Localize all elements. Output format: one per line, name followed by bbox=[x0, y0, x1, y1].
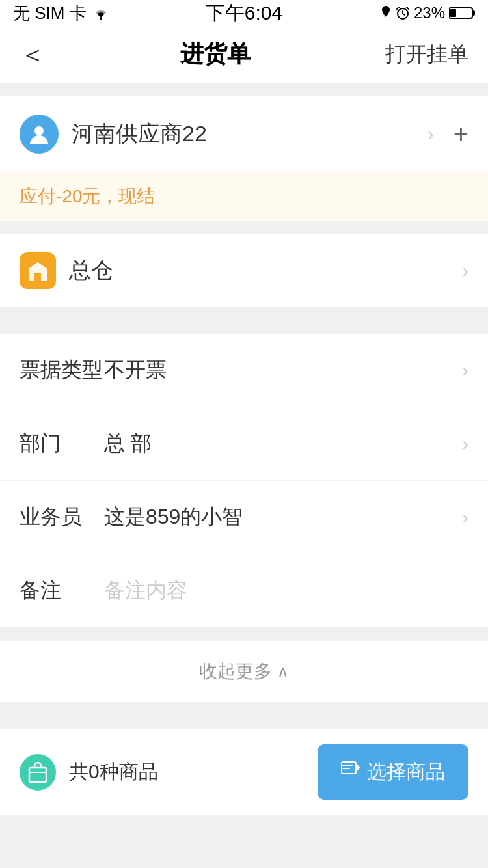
collapse-row[interactable]: 收起更多 ∧ bbox=[0, 640, 488, 702]
open-pending-button[interactable]: 打开挂单 bbox=[385, 40, 468, 69]
supplier-avatar bbox=[20, 115, 59, 154]
mid-divider1 bbox=[0, 221, 488, 234]
status-right: 23% bbox=[380, 4, 475, 22]
page-title: 进货单 bbox=[180, 38, 251, 70]
info-text: 应付-20元，现结 bbox=[20, 186, 155, 206]
wifi-icon bbox=[92, 6, 110, 20]
warehouse-icon bbox=[27, 260, 48, 281]
battery-label: 23% bbox=[414, 4, 445, 22]
collapse-icon: ∧ bbox=[277, 662, 289, 681]
product-count-label: 共0种商品 bbox=[69, 759, 318, 785]
svg-rect-6 bbox=[34, 273, 41, 281]
salesperson-value: 这是859的小智 bbox=[104, 503, 462, 532]
bottom-bar: 共0种商品 选择商品 bbox=[0, 728, 488, 815]
remark-input[interactable]: 备注内容 bbox=[104, 576, 468, 605]
carrier-label: 无 SIM 卡 bbox=[13, 2, 87, 25]
alarm-icon bbox=[396, 6, 410, 20]
invoice-type-label: 票据类型 bbox=[20, 356, 104, 385]
svg-rect-7 bbox=[29, 768, 46, 782]
warehouse-arrow-icon: › bbox=[462, 260, 468, 282]
location-icon bbox=[380, 6, 392, 20]
shopping-bag-icon bbox=[27, 761, 49, 783]
salesperson-label: 业务员 bbox=[20, 503, 104, 532]
select-product-button[interactable]: 选择商品 bbox=[318, 744, 468, 800]
invoice-type-value: 不开票 bbox=[104, 356, 462, 385]
svg-rect-4 bbox=[450, 9, 456, 17]
mid-divider3 bbox=[0, 702, 488, 715]
form-section: 票据类型 不开票 › 部门 总 部 › 业务员 这是859的小智 › 备注 备注… bbox=[0, 334, 488, 627]
warehouse-icon-bg bbox=[20, 252, 56, 289]
department-row[interactable]: 部门 总 部 › bbox=[0, 407, 488, 481]
invoice-type-arrow-icon: › bbox=[462, 359, 468, 381]
supplier-section: 河南供应商22 › + 应付-20元，现结 bbox=[0, 96, 488, 221]
svg-point-5 bbox=[34, 126, 44, 135]
warehouse-section: 总仓 › bbox=[0, 234, 488, 308]
select-btn-label: 选择商品 bbox=[367, 759, 445, 785]
nav-bar: ＜ 进货单 打开挂单 bbox=[0, 26, 488, 83]
product-icon-bg bbox=[20, 754, 56, 791]
remark-label: 备注 bbox=[20, 576, 104, 605]
svg-rect-3 bbox=[472, 10, 475, 16]
add-supplier-button[interactable]: + bbox=[454, 120, 468, 149]
department-value: 总 部 bbox=[104, 429, 462, 458]
salesperson-row[interactable]: 业务员 这是859的小智 › bbox=[0, 481, 488, 554]
top-divider bbox=[0, 83, 488, 96]
department-arrow-icon: › bbox=[462, 433, 468, 455]
status-bar: 无 SIM 卡 下午6:04 23% bbox=[0, 0, 488, 26]
invoice-type-row[interactable]: 票据类型 不开票 › bbox=[0, 334, 488, 407]
remark-row[interactable]: 备注 备注内容 bbox=[0, 554, 488, 627]
svg-point-0 bbox=[100, 18, 102, 20]
select-btn-icon bbox=[341, 761, 360, 783]
person-icon bbox=[27, 122, 51, 146]
department-label: 部门 bbox=[20, 429, 104, 458]
supplier-row[interactable]: 河南供应商22 › + bbox=[0, 96, 488, 172]
battery-icon bbox=[449, 7, 475, 20]
supplier-divider bbox=[429, 109, 429, 159]
page-background bbox=[0, 815, 488, 868]
status-time: 下午6:04 bbox=[206, 0, 282, 27]
info-banner: 应付-20元，现结 bbox=[0, 172, 488, 221]
back-button[interactable]: ＜ bbox=[20, 36, 46, 72]
collapse-label: 收起更多 bbox=[199, 659, 272, 684]
supplier-name: 河南供应商22 bbox=[72, 119, 427, 149]
warehouse-name: 总仓 bbox=[69, 256, 462, 286]
warehouse-row[interactable]: 总仓 › bbox=[0, 234, 488, 308]
status-left: 无 SIM 卡 bbox=[13, 2, 110, 25]
salesperson-arrow-icon: › bbox=[462, 506, 468, 528]
mid-divider2 bbox=[0, 308, 488, 321]
